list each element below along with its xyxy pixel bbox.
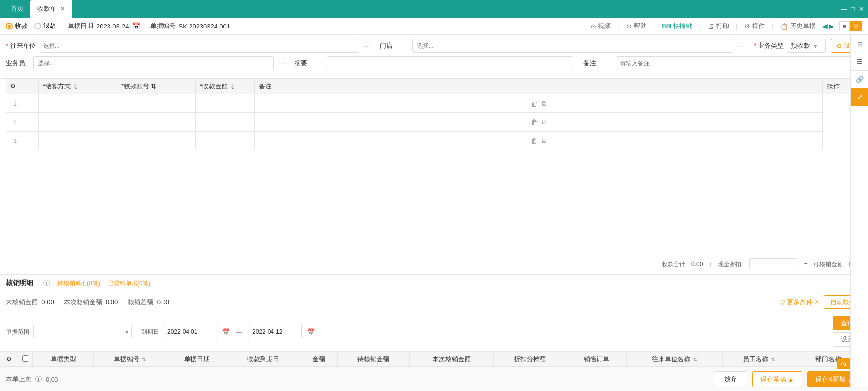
minimize-icon[interactable]: —	[841, 5, 847, 13]
date-from-input[interactable]	[163, 325, 217, 338]
row-2-amount-input[interactable]	[117, 113, 195, 131]
footer-info-icon[interactable]: ⓘ	[35, 375, 42, 384]
date-to-input[interactable]	[248, 325, 302, 338]
tab-close-icon[interactable]: ✕	[60, 5, 65, 12]
diff-value: 0.00	[157, 298, 169, 306]
hx-th-num-label: 单据编号	[114, 355, 139, 363]
rp-list-btn[interactable]: ☰	[851, 53, 868, 71]
unclear-value: 0.00	[41, 298, 54, 306]
row-3-note	[196, 132, 255, 150]
nav-next[interactable]: ▶	[829, 22, 834, 30]
row-1-ops: 🗑 ⧉	[255, 94, 823, 113]
sort-icon-amount[interactable]: ⇅	[229, 83, 235, 90]
th-settle: *结算方式 ⇅	[39, 79, 117, 94]
rp-link-btn[interactable]: 🔗	[851, 71, 868, 88]
row-1-amount-input[interactable]	[117, 94, 195, 112]
row-3-note-input[interactable]	[196, 132, 254, 150]
maximize-icon[interactable]: □	[851, 5, 855, 13]
row-2-copy-icon[interactable]: ⧉	[542, 118, 546, 126]
help-btn[interactable]: ⊙ 帮助	[624, 21, 649, 31]
sort-icon-partner[interactable]: ⇅	[693, 357, 697, 362]
hx-th-gear[interactable]: ⚙	[0, 352, 18, 367]
save-draft-chevron: ▲	[788, 376, 794, 383]
row-3-amount-input[interactable]	[117, 132, 195, 150]
hx-table: ⚙ 单据类型 单据编号 ⇅ 单据日期	[0, 351, 868, 367]
video-btn[interactable]: ⊙ 视频	[589, 21, 613, 31]
history-btn[interactable]: 📋 历史单据	[778, 21, 817, 31]
view-list[interactable]: ≡	[839, 21, 850, 31]
operate-btn[interactable]: ⚙ 操作	[742, 21, 767, 31]
discount-input[interactable]	[749, 258, 798, 270]
hx-info-icon[interactable]: ⓘ	[43, 279, 50, 288]
store-input[interactable]	[412, 39, 733, 53]
tab-receipt[interactable]: 收款单 ✕	[30, 0, 72, 18]
done-tab[interactable]: 已核销单据(0笔)	[108, 279, 151, 288]
row-1-account	[39, 94, 117, 113]
ai-label[interactable]: Ai	[837, 358, 850, 369]
save-draft-btn[interactable]: 保存草稿 ▲	[752, 371, 803, 387]
discard-btn[interactable]: 放弃	[714, 371, 747, 387]
store-label: 门店	[380, 41, 409, 50]
employee-input[interactable]	[33, 56, 274, 70]
radio-receipt-label: 收款	[15, 22, 27, 30]
nav-prev[interactable]: ◀	[822, 22, 828, 30]
row-1-note-input[interactable]	[196, 94, 254, 112]
row-2-note-input[interactable]	[196, 113, 254, 131]
employee-more-icon[interactable]: ···	[279, 59, 285, 67]
shortcut-btn[interactable]: ⌨ 快捷键	[660, 21, 694, 31]
total-label: 收款合计	[662, 260, 685, 269]
print-icon: 🖨	[708, 23, 714, 30]
operate-icon: ⚙	[744, 23, 750, 30]
row-3-settle-input[interactable]	[24, 132, 38, 150]
sort-icon-num[interactable]: ⇅	[142, 357, 146, 362]
rp-link-icon: 🔗	[856, 76, 864, 83]
partner-more-icon[interactable]: ···	[364, 42, 370, 50]
row-1-settle-input[interactable]	[24, 94, 38, 112]
calendar-icon[interactable]: 📅	[132, 22, 140, 30]
due-date-field: 到期日 📅 — 📅	[141, 325, 315, 338]
row-3-delete-icon[interactable]: 🗑	[531, 137, 538, 145]
order-field: 单据编号 SK-20230324-001	[150, 22, 231, 30]
radio-receipt[interactable]: 收款	[6, 22, 27, 30]
range-select[interactable]	[33, 325, 132, 338]
row-1-account-input[interactable]	[39, 94, 117, 112]
row-3-num: 3	[6, 132, 24, 150]
row-2-account-input[interactable]	[39, 113, 117, 131]
partner-input[interactable]	[39, 39, 359, 53]
date-to-icon[interactable]: 📅	[307, 328, 315, 335]
note-field: 备注	[583, 56, 862, 70]
row-1-delete-icon[interactable]: 🗑	[531, 100, 538, 108]
more-conditions-btn[interactable]: ▽ 更多条件 ∧	[780, 298, 820, 307]
date-from-icon[interactable]: 📅	[222, 328, 230, 335]
hx-check-all[interactable]	[22, 355, 28, 362]
view-grid[interactable]: ⊞	[850, 21, 862, 31]
row-2-ops: 🗑 ⧉	[255, 113, 823, 132]
date-field: 单据日期 2023-03-24 📅	[68, 22, 140, 30]
table-section: ⚙ *结算方式 ⇅ *收款账号 ⇅ *收款金额 ⇅ 备注	[0, 79, 868, 254]
pending-tab[interactable]: 待核销单据(0笔)	[57, 279, 100, 288]
save-new-label: 保存&新增	[815, 375, 845, 384]
th-gear[interactable]: ⚙	[6, 79, 24, 94]
business-type-dropdown[interactable]: 预收款 ▾	[787, 39, 826, 53]
row-1-copy-icon[interactable]: ⧉	[542, 99, 546, 108]
row-3-copy-icon[interactable]: ⧉	[542, 137, 546, 145]
sort-icon-settle[interactable]: ⇅	[72, 83, 78, 90]
th-account-label: *收款账号	[121, 83, 149, 90]
ai-text: Ai	[841, 360, 846, 367]
rp-expand-btn[interactable]: ⤢	[851, 88, 868, 106]
form-row-2: 业务员 ··· 摘要 备注	[6, 56, 862, 70]
rp-table-btn[interactable]: ⊞	[851, 35, 868, 53]
summary-input[interactable]	[327, 56, 573, 70]
row-2-settle-input[interactable]	[24, 113, 38, 131]
row-2-delete-icon[interactable]: 🗑	[531, 118, 538, 126]
table-row: 2 🗑 ⧉	[6, 113, 862, 132]
row-3-account-input[interactable]	[39, 132, 117, 150]
close-window-icon[interactable]: ✕	[859, 5, 864, 13]
print-btn[interactable]: 🖨 打印	[706, 21, 731, 31]
tab-home[interactable]: 首页	[4, 0, 30, 18]
sort-icon-employee[interactable]: ⇅	[771, 357, 775, 362]
note-input[interactable]	[616, 56, 862, 70]
sort-icon-account[interactable]: ⇅	[151, 83, 156, 90]
store-more-icon[interactable]: ···	[738, 42, 744, 50]
radio-refund[interactable]: 退款	[34, 22, 56, 30]
